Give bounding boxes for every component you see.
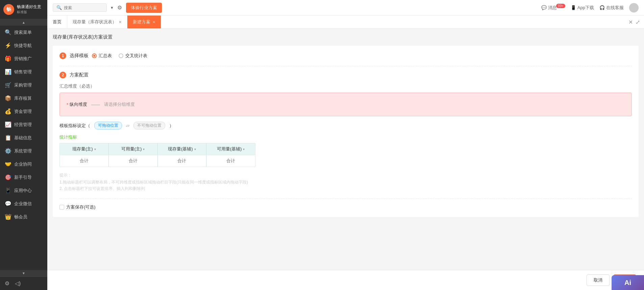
sidebar-nav: 🔍 搜索菜单 ⚡ 快捷导航 🎁 营销推广 📊 销售管理 🛒 采购管理 📦 库存核… xyxy=(0,26,47,270)
indicator-setting-suffix: ） xyxy=(169,123,174,129)
page-title: 现存量(库存状况表)方案设置 xyxy=(53,34,639,40)
messages-label: 消息 xyxy=(548,5,557,11)
search-box[interactable]: 🔍 xyxy=(53,3,107,12)
search-icon: 🔍 xyxy=(5,29,11,35)
dimension-required-star: * xyxy=(67,102,68,107)
tab-expand-btn[interactable]: ⤢ xyxy=(636,19,640,25)
tabs-right-controls: ✕ ⤢ xyxy=(628,19,644,25)
dimension-label: 汇总维度（必选） xyxy=(59,83,632,89)
divider1 xyxy=(59,66,632,66)
main-area: 🔍 ▾ ⚙ 体验行业方案 💬 消息 99+ 📱 App下载 🎧 在线客服 xyxy=(47,0,644,290)
radio-cross-label: 交叉统计表 xyxy=(125,53,147,59)
search-icon: 🔍 xyxy=(56,5,62,10)
stats-col-4-label: 可用量(基辅) xyxy=(217,146,242,152)
radio-cross[interactable]: 交叉统计表 xyxy=(119,53,147,59)
indicator-setting-middle: ▱ xyxy=(126,123,129,128)
sidebar-item-quick-nav[interactable]: ⚡ 快捷导航 xyxy=(0,39,47,52)
app-download-group[interactable]: 📱 App下载 xyxy=(571,5,594,11)
online-service-group[interactable]: 🎧 在线客服 xyxy=(599,5,624,11)
save-option-row[interactable]: 方案保存(可选) xyxy=(59,204,632,210)
settings-icon[interactable]: ⚙ xyxy=(5,280,9,287)
sidebar-item-app-center[interactable]: 📱 应用中心 xyxy=(0,184,47,197)
sidebar-item-inventory[interactable]: 📦 库存核算 xyxy=(0,92,47,105)
template-radio-group: 汇总表 交叉统计表 xyxy=(92,53,147,59)
stats-col-4-header[interactable]: 可用量(基辅) ▾ xyxy=(206,143,255,155)
stats-col-2-header[interactable]: 可用量(主) ▾ xyxy=(109,143,158,155)
tab-home[interactable]: 首页 xyxy=(47,16,67,28)
stats-col-1-header[interactable]: 现存量(主) ▾ xyxy=(60,143,109,155)
stats-col-1-label: 现存量(主) xyxy=(72,146,93,152)
tab-new-scheme[interactable]: 新建方案 ✕ xyxy=(127,16,161,28)
app-download-label: App下载 xyxy=(577,5,594,11)
radio-cross-dot xyxy=(119,53,123,58)
sales-icon: 📊 xyxy=(5,69,11,75)
tab-inventory-status-label: 现存量（库存状况表） xyxy=(73,19,117,25)
sidebar: 畅 畅康通好生意 标准版 ▲ 🔍 搜索菜单 ⚡ 快捷导航 🎁 营销推广 📊 销售… xyxy=(0,0,47,290)
indicator-setting-row: 模板指标设定（ 可拖动位置 ▱ 不可拖动位置 ） xyxy=(59,122,632,129)
topbar-gear-icon[interactable]: ⚙ xyxy=(117,4,122,11)
system-icon: ⚙️ xyxy=(5,148,11,154)
sidebar-item-quick-nav-label: 快捷导航 xyxy=(14,43,32,49)
scheme-card: 1 选择模板 汇总表 交叉统计表 xyxy=(53,46,639,217)
dimension-field-text: 纵向维度 xyxy=(70,101,87,107)
sidebar-item-app-center-label: 应用中心 xyxy=(14,188,32,194)
search-input[interactable] xyxy=(64,5,103,10)
dimension-box[interactable]: * 纵向维度 —— 请选择分组维度 xyxy=(59,93,632,116)
sidebar-item-operations[interactable]: 📈 经营管理 xyxy=(0,118,47,131)
save-checkbox[interactable] xyxy=(59,205,64,210)
cancel-button[interactable]: 取消 xyxy=(587,274,610,286)
headset-icon: 🎧 xyxy=(599,5,605,10)
sidebar-item-finance[interactable]: 💰 资金管理 xyxy=(0,105,47,118)
stats-table-body: 合计 合计 合计 合计 xyxy=(60,155,255,167)
sidebar-item-system[interactable]: ⚙️ 系统管理 xyxy=(0,144,47,158)
sidebar-item-search-label: 搜索菜单 xyxy=(14,29,32,35)
sidebar-item-vip[interactable]: 👑 畅会员 xyxy=(0,210,47,223)
sidebar-item-vip-label: 畅会员 xyxy=(14,214,27,220)
audio-icon[interactable]: ◁) xyxy=(15,280,21,287)
chevron-down-col1-icon: ▾ xyxy=(94,147,96,151)
sidebar-item-purchase[interactable]: 🛒 采购管理 xyxy=(0,78,47,92)
tab-inventory-status[interactable]: 现存量（库存状况表） ✕ xyxy=(67,16,127,28)
quick-nav-icon: ⚡ xyxy=(5,42,11,49)
dimension-arrow: —— xyxy=(91,102,100,107)
sidebar-item-basic-info[interactable]: 📋 基础信息 xyxy=(0,131,47,144)
sidebar-item-new-guide-label: 新手引导 xyxy=(14,174,32,180)
stats-col-2-label: 可用量(主) xyxy=(121,146,142,152)
sidebar-item-search[interactable]: 🔍 搜索菜单 xyxy=(0,26,47,39)
sidebar-item-wechat[interactable]: 💬 企业微信 xyxy=(0,197,47,210)
sidebar-item-system-label: 系统管理 xyxy=(14,148,32,154)
phone-icon: 📱 xyxy=(571,5,576,10)
user-avatar[interactable] xyxy=(629,3,639,13)
logo-text: 畅康通好生意 标准版 xyxy=(17,4,41,15)
vip-icon: 👑 xyxy=(5,214,11,220)
messages-badge: 99+ xyxy=(556,4,565,8)
message-icon: 💬 xyxy=(541,5,547,10)
industry-btn[interactable]: 体验行业方案 xyxy=(126,3,162,13)
tab-close-btn[interactable]: ✕ xyxy=(628,19,633,25)
operations-icon: 📈 xyxy=(5,121,11,128)
sidebar-item-marketing-label: 营销推广 xyxy=(14,56,32,62)
stats-col-3-header[interactable]: 现存量(基辅) ▾ xyxy=(158,143,207,155)
sidebar-item-marketing[interactable]: 🎁 营销推广 xyxy=(0,52,47,65)
chevron-down-col4-icon: ▾ xyxy=(243,147,245,151)
ai-badge[interactable]: Ai xyxy=(612,275,644,290)
sidebar-item-finance-label: 资金管理 xyxy=(14,108,32,115)
radio-summary[interactable]: 汇总表 xyxy=(92,53,112,59)
sidebar-item-enterprise[interactable]: 🤝 企业协同 xyxy=(0,158,47,171)
tab-inventory-close-icon[interactable]: ✕ xyxy=(119,20,122,24)
tab-new-scheme-close-icon[interactable]: ✕ xyxy=(152,20,155,24)
tabs-bar: 首页 现存量（库存状况表） ✕ 新建方案 ✕ ✕ ⤢ xyxy=(47,16,644,29)
divider2 xyxy=(59,198,632,199)
sidebar-scroll-up[interactable]: ▲ xyxy=(0,19,47,26)
chevron-down-col3-icon: ▾ xyxy=(194,147,196,151)
sidebar-item-new-guide[interactable]: 🎯 新手引导 xyxy=(0,171,47,184)
messages-group[interactable]: 💬 消息 99+ xyxy=(541,5,565,11)
topbar-right: 💬 消息 99+ 📱 App下载 🎧 在线客服 xyxy=(541,3,639,13)
stats-row1-col1: 合计 xyxy=(60,155,109,167)
step2-title: 方案配置 xyxy=(70,72,89,78)
topbar-dropdown-icon[interactable]: ▾ xyxy=(111,5,113,10)
sidebar-item-sales[interactable]: 📊 销售管理 xyxy=(0,65,47,78)
sidebar-bottom: ⚙ ◁) xyxy=(0,276,47,290)
sidebar-scroll-down[interactable]: ▼ xyxy=(0,270,47,276)
purchase-icon: 🛒 xyxy=(5,82,11,88)
